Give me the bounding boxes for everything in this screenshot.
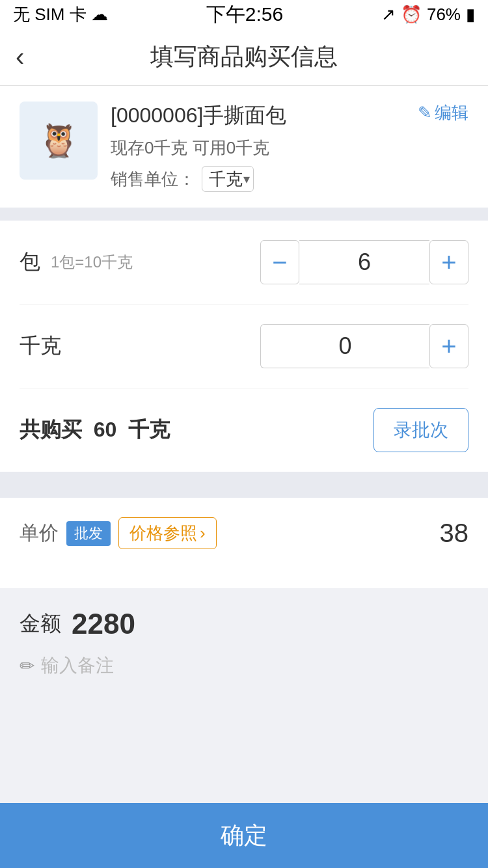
price-ref-arrow-icon: ›	[200, 523, 206, 543]
status-bar: 无 SIM 卡 ☁ 下午2:56 ↗ ⏰ 76% ▮	[0, 0, 488, 29]
total-prefix: 共购买	[20, 418, 82, 441]
amount-value: 2280	[72, 608, 135, 640]
product-logo-icon: 🦉	[38, 122, 79, 159]
kg-plus-button[interactable]: +	[429, 324, 468, 368]
amount-section: 金额 2280 ✏ 输入备注	[0, 588, 488, 698]
note-placeholder: 输入备注	[41, 653, 114, 678]
total-row: 共购买 60 千克 录批次	[0, 388, 488, 472]
product-stock: 现存0千克 可用0千克	[111, 137, 468, 159]
price-ref-button[interactable]: 价格参照 ›	[118, 517, 217, 549]
batch-button[interactable]: 录批次	[373, 408, 468, 452]
product-unit-row: 销售单位： 千克	[111, 166, 468, 192]
price-label: 单价	[20, 520, 59, 547]
edit-button[interactable]: ✎ 编辑	[418, 102, 468, 124]
price-ref-label: 价格参照	[129, 522, 197, 545]
amount-label: 金额	[20, 610, 61, 638]
price-section: 单价 批发 价格参照 › 38	[0, 485, 488, 588]
battery-icon: ▮	[466, 5, 475, 25]
bag-label: 包	[20, 248, 40, 277]
unit-select[interactable]: 千克	[202, 166, 254, 192]
price-value: 38	[440, 519, 469, 548]
product-name: [0000006]手撕面包	[111, 102, 468, 130]
kg-input-row: 千克 +	[20, 305, 468, 388]
bag-input-row: 包 1包=10千克 − +	[20, 221, 468, 305]
price-left: 单价 批发 价格参照 ›	[20, 517, 217, 549]
back-button[interactable]: ‹	[16, 42, 24, 72]
price-row: 单价 批发 价格参照 › 38	[20, 517, 468, 549]
edit-label: 编辑	[435, 102, 468, 124]
kg-quantity-input[interactable]	[260, 324, 429, 368]
edit-icon: ✎	[418, 103, 432, 123]
amount-row: 金额 2280	[20, 608, 468, 640]
confirm-button-label: 确定	[221, 820, 267, 852]
total-unit: 千克	[128, 418, 170, 441]
section-divider-1	[0, 208, 488, 221]
product-image: 🦉	[20, 102, 98, 180]
price-type-tag: 批发	[66, 521, 111, 546]
bag-plus-button[interactable]: +	[429, 240, 468, 284]
confirm-bar[interactable]: 确定	[0, 803, 488, 868]
status-left: 无 SIM 卡 ☁	[13, 3, 108, 26]
alarm-icon: ⏰	[401, 5, 422, 25]
battery-label: 76%	[427, 5, 461, 25]
bag-label-group: 包 1包=10千克	[20, 248, 133, 277]
total-amount: 60	[94, 418, 117, 441]
note-row[interactable]: ✏ 输入备注	[20, 653, 468, 678]
status-time: 下午2:56	[206, 1, 283, 28]
section-divider-2	[0, 472, 488, 485]
bag-minus-button[interactable]: −	[260, 240, 299, 284]
nav-bar: ‹ 填写商品购买信息	[0, 29, 488, 86]
product-card: 🦉 [0000006]手撕面包 现存0千克 可用0千克 销售单位： 千克 ✎ 编…	[0, 86, 488, 208]
location-icon: ↗	[381, 5, 396, 25]
unit-label: 销售单位：	[111, 168, 195, 191]
sim-label: 无 SIM 卡 ☁	[13, 3, 108, 26]
status-right: ↗ ⏰ 76% ▮	[381, 5, 475, 25]
note-icon: ✏	[20, 655, 34, 677]
bag-sublabel: 1包=10千克	[51, 252, 133, 273]
bag-input-section: 包 1包=10千克 − + 千克 +	[0, 221, 488, 388]
unit-select-wrapper[interactable]: 千克	[202, 166, 254, 192]
kg-label: 千克	[20, 332, 61, 360]
bag-quantity-control: − +	[260, 240, 468, 284]
bag-quantity-input[interactable]	[299, 240, 429, 284]
kg-label-group: 千克	[20, 332, 61, 360]
total-text: 共购买 60 千克	[20, 416, 170, 444]
page-title: 填写商品购买信息	[150, 41, 338, 73]
kg-quantity-control: +	[260, 324, 468, 368]
product-info: [0000006]手撕面包 现存0千克 可用0千克 销售单位： 千克	[111, 102, 468, 192]
